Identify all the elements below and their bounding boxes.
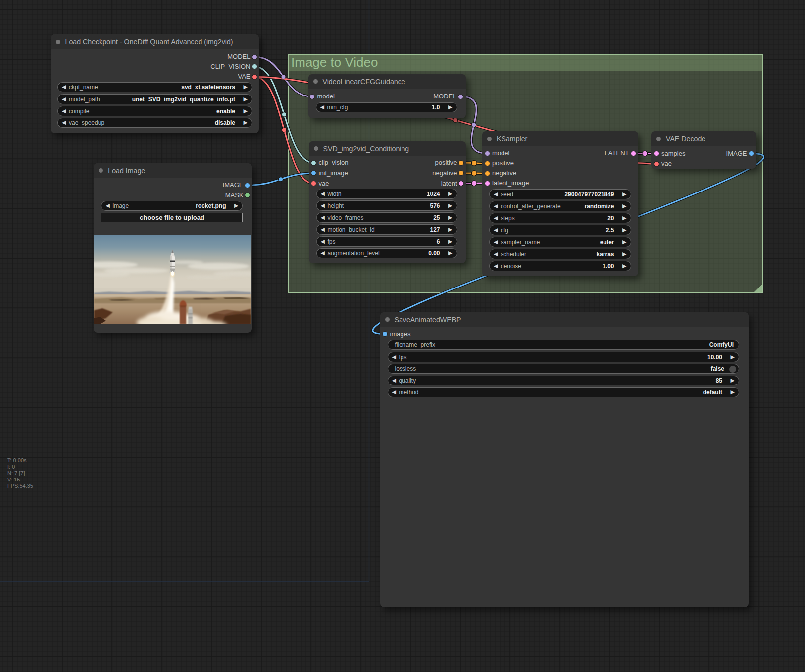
svg-text:Image to Video: Image to Video — [291, 55, 378, 70]
